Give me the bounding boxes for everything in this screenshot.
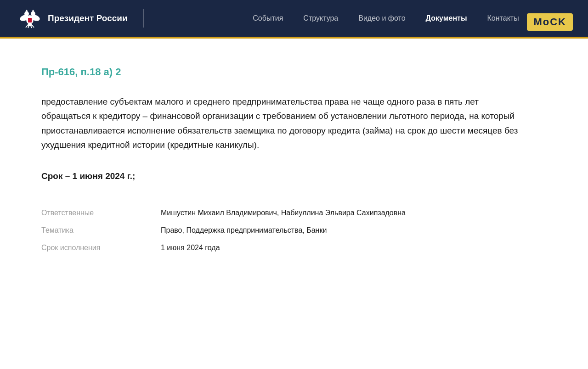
site-title: Президент России (48, 13, 128, 24)
site-header: Президент России События Структура Видео… (0, 0, 588, 37)
document-deadline: Срок – 1 июня 2024 г.; (41, 171, 547, 181)
meta-label-topics: Тематика (41, 222, 161, 239)
logo-area[interactable]: Президент России (18, 7, 128, 30)
meta-value-deadline: 1 июня 2024 года (161, 239, 547, 257)
svg-line-11 (31, 26, 32, 28)
metadata-table: Ответственные Мишустин Михаил Владимиров… (41, 204, 547, 257)
meta-row-topics: Тематика Право, Поддержка предпринимател… (41, 222, 547, 239)
logo-emblem (18, 7, 41, 30)
meta-label-responsible: Ответственные (41, 204, 161, 222)
nav-divider (143, 9, 144, 28)
meta-value-responsible: Мишустин Михаил Владимирович, Набиуллина… (161, 204, 547, 222)
nav-item-video[interactable]: Видео и фото (348, 14, 415, 22)
nav-item-contacts[interactable]: Контакты (477, 14, 529, 22)
svg-point-8 (28, 23, 32, 26)
main-nav: События Структура Видео и фото Документы… (159, 14, 570, 22)
svg-line-12 (32, 25, 34, 28)
meta-row-responsible: Ответственные Мишустин Михаил Владимиров… (41, 204, 547, 222)
meta-label-deadline: Срок исполнения (41, 239, 161, 257)
document-reference: Пр-616, п.18 а) 2 (41, 66, 547, 78)
nav-item-structure[interactable]: Структура (293, 14, 348, 22)
svg-rect-7 (28, 18, 32, 22)
svg-marker-5 (25, 10, 28, 11)
meta-value-topics: Право, Поддержка предпринимательства, Ба… (161, 222, 547, 239)
svg-point-4 (31, 11, 35, 16)
meta-row-deadline: Срок исполнения 1 июня 2024 года (41, 239, 547, 257)
nav-item-events[interactable]: События (243, 14, 293, 22)
svg-point-3 (24, 11, 29, 16)
main-content: Пр-616, п.18 а) 2 предоставление субъект… (0, 39, 588, 369)
document-body: предоставление субъектам малого и средне… (41, 95, 524, 152)
nav-item-documents[interactable]: Документы (416, 14, 477, 22)
svg-line-10 (28, 26, 29, 28)
svg-marker-6 (32, 10, 34, 11)
mock-badge: MoCK (527, 13, 573, 31)
svg-line-9 (26, 25, 28, 28)
